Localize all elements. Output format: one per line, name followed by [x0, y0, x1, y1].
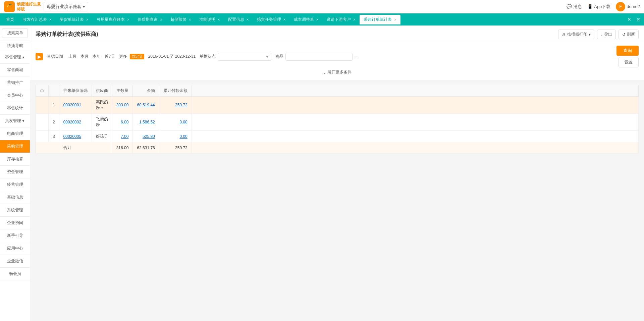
shortcut-this-year[interactable]: 本年	[91, 53, 102, 60]
row-expand-icon[interactable]: ▾	[101, 106, 103, 110]
sidebar-item-system[interactable]: 系统管理	[0, 204, 30, 217]
row-amount[interactable]: 60,519.44	[133, 97, 159, 114]
close-icon[interactable]: ✕	[217, 18, 220, 21]
sidebar-item-member[interactable]: 畅会员	[0, 268, 30, 280]
sidebar-item-purchase[interactable]: 采购管理	[0, 140, 30, 153]
filter-toggle-button[interactable]: ▶	[36, 53, 43, 60]
close-window-button[interactable]: ✕	[625, 15, 633, 23]
table-body: 1 00020001 惠氏奶粉▾ 303.00 60,519.44 259.72…	[36, 97, 639, 142]
row-settings	[36, 131, 49, 142]
message-button[interactable]: 💬 消息	[567, 4, 582, 10]
page-actions: 🖨 按模板打印 ▾ ↓ 导出 ↺ 刷新	[558, 30, 639, 39]
close-icon[interactable]: ✕	[127, 18, 129, 21]
sidebar-item-enterprise[interactable]: 企业协同	[0, 217, 30, 229]
sidebar-quick-nav[interactable]: 快捷导航	[0, 41, 30, 51]
close-icon[interactable]: ✕	[394, 18, 396, 21]
sidebar-item-marketing[interactable]: 营销推广	[0, 76, 30, 89]
table-footer: 合计 316.00 62,631.76 259.72	[36, 142, 639, 154]
tab-baozhi[interactable]: 保质期查询 ✕	[133, 15, 166, 24]
user-profile[interactable]: E demo2	[616, 2, 640, 11]
shortcut-7days[interactable]: 近7天	[103, 53, 116, 60]
query-button[interactable]: 查询	[616, 46, 639, 56]
expand-more-button[interactable]: ⌄ 展开更多条件	[323, 69, 352, 75]
sidebar-item-retail-shop[interactable]: 零售商城	[0, 64, 30, 76]
column-settings-icon[interactable]: ⚙	[40, 88, 44, 94]
sidebar-item-enterprise-wechat[interactable]: 企业微信	[0, 255, 30, 268]
row-amount[interactable]: 525.80	[133, 131, 159, 142]
data-table: ⚙ 往来单位编码 供应商 主数量 金额 累计付款金额 1	[36, 85, 639, 154]
date-label: 单据日期	[47, 54, 63, 59]
tab-gongneng[interactable]: 功能说明 ✕	[195, 15, 224, 24]
template-print-button[interactable]: 🖨 按模板打印 ▾	[558, 30, 594, 39]
sidebar-item-wholesale[interactable]: 批发管理 ▼	[0, 115, 30, 127]
row-unit-code[interactable]: 00020001	[59, 97, 92, 114]
tab-shoufahu[interactable]: 收发存汇总表 ✕	[19, 15, 56, 24]
status-filter: 单据状态	[200, 53, 271, 61]
goods-input[interactable]	[285, 53, 353, 61]
shortcut-more[interactable]: 更多	[118, 53, 128, 60]
workspace-selector[interactable]: 母婴行业演示账套 ▾	[44, 2, 88, 11]
tab-yaoqing[interactable]: 邀请下游客户 ✕	[323, 15, 360, 24]
total-main-qty: 316.00	[112, 142, 133, 154]
sidebar-item-basic[interactable]: 基础信息	[0, 191, 30, 204]
sidebar-item-membership[interactable]: 会员中心	[0, 89, 30, 102]
tab-chengbentiaozhen[interactable]: 成本调整单 ✕	[290, 15, 323, 24]
sidebar-item-finance[interactable]: 资金管理	[0, 166, 30, 178]
close-icon[interactable]: ✕	[353, 18, 356, 21]
shortcut-last-month[interactable]: 上月	[67, 53, 78, 60]
goods-filter: 商品 ···	[275, 53, 358, 61]
chevron-down-icon: ⌄	[323, 70, 326, 75]
sidebar: 搜索菜单 快捷导航 零售管理 ▲ 零售商城 营销推广 会员中心 零售统计 批发管…	[0, 25, 30, 321]
custom-date-tag: 自定义	[130, 54, 144, 59]
close-icon[interactable]: ✕	[160, 18, 162, 21]
workspace-chevron-icon: ▾	[83, 4, 85, 9]
close-icon[interactable]: ✕	[283, 18, 286, 21]
close-icon[interactable]: ✕	[86, 18, 89, 21]
sidebar-item-ecommerce[interactable]: 电商管理	[0, 127, 30, 140]
chevron-up-icon: ▲	[22, 55, 25, 59]
close-icon[interactable]: ✕	[49, 18, 52, 21]
tab-peizhi[interactable]: 配置信息 ✕	[224, 15, 253, 24]
row-unit-code[interactable]: 00020005	[59, 131, 92, 142]
row-paid-amount[interactable]: 0.00	[159, 131, 192, 142]
print-icon: 🖨	[562, 32, 566, 37]
sidebar-item-retail[interactable]: 零售管理 ▲	[0, 51, 30, 64]
goods-label: 商品	[275, 54, 283, 59]
search-menu-button[interactable]: 搜索菜单	[2, 28, 28, 38]
tab-keyong[interactable]: 可用量库存账本 ✕	[93, 15, 133, 24]
tab-yaohuo[interactable]: 要货单统计表 ✕	[56, 15, 93, 24]
export-button[interactable]: ↓ 导出	[597, 30, 616, 39]
row-main-qty[interactable]: 303.00	[112, 97, 133, 114]
row-unit-code[interactable]: 00020002	[59, 114, 92, 131]
row-main-qty[interactable]: 6.00	[112, 114, 133, 131]
maximize-button[interactable]: ⊡	[635, 15, 643, 23]
row-amount[interactable]: 1,586.52	[133, 114, 159, 131]
sidebar-item-retail-stats[interactable]: 零售统计	[0, 102, 30, 115]
close-icon[interactable]: ✕	[189, 18, 191, 21]
sidebar-item-newbie[interactable]: 新手引导	[0, 229, 30, 242]
sidebar-item-inventory[interactable]: 库存核算	[0, 153, 30, 166]
app-download-button[interactable]: 📱 App下载	[587, 4, 610, 10]
tab-chaochuyujing[interactable]: 超储预警 ✕	[166, 15, 195, 24]
tab-home[interactable]: 首页	[1, 15, 19, 24]
shortcut-this-month[interactable]: 本月	[79, 53, 90, 60]
date-range-value: 2016-01-01 至 2023-12-31	[148, 54, 196, 59]
settings-button[interactable]: 设置	[619, 57, 639, 67]
supplier-col-header: 供应商	[92, 85, 112, 97]
row-empty	[192, 97, 638, 114]
top-bar: 🍊 畅捷通好生意 标版 母婴行业演示账套 ▾ 💬 消息 📱 App下载 E de…	[0, 0, 644, 13]
row-main-qty[interactable]: 7.00	[112, 131, 133, 142]
close-icon[interactable]: ✕	[246, 18, 249, 21]
status-select[interactable]	[218, 53, 271, 61]
row-paid-amount[interactable]: 0.00	[159, 114, 192, 131]
tab-caigoudindan[interactable]: 采购订单统计表 ✕	[360, 15, 400, 24]
nav-tabs-right: ✕ ⊡	[625, 15, 643, 23]
row-paid-amount[interactable]: 259.72	[159, 97, 192, 114]
close-icon[interactable]: ✕	[316, 18, 319, 21]
tab-paihuorenwu[interactable]: 拣货任务管理 ✕	[253, 15, 290, 24]
sidebar-item-operations[interactable]: 经营管理	[0, 178, 30, 191]
sidebar-item-appcenter[interactable]: 应用中心	[0, 242, 30, 255]
row-settings	[36, 97, 49, 114]
goods-more-icon[interactable]: ···	[355, 54, 358, 59]
refresh-button[interactable]: ↺ 刷新	[619, 30, 639, 39]
